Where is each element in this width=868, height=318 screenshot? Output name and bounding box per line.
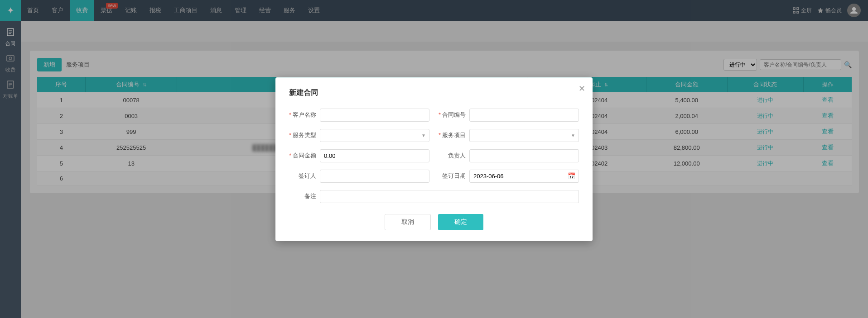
contract-amount-input[interactable] (320, 149, 429, 162)
responsible-label: 负责人 (439, 152, 466, 160)
note-label: 备注 (289, 192, 316, 200)
form-group-sign-date: 签订日期 📅 (439, 170, 579, 183)
modal-close-button[interactable]: ✕ (579, 84, 585, 94)
sign-date-label: 签订日期 (439, 172, 466, 180)
form-group-customer: 客户名称 (289, 109, 429, 122)
contract-no-label: 合同编号 (439, 111, 466, 119)
signer-input[interactable] (320, 170, 429, 183)
form-group-service-type: 服务类型 ▼ (289, 129, 429, 142)
new-contract-modal: 新建合同 ✕ 客户名称 合同编号 服务类型 ▼ (275, 77, 593, 241)
service-item-select[interactable] (469, 129, 579, 142)
sign-date-input[interactable] (469, 170, 579, 183)
customer-name-input[interactable] (320, 109, 429, 122)
responsible-input[interactable] (469, 149, 579, 162)
cancel-button[interactable]: 取消 (385, 214, 431, 230)
form-group-service-item: 服务项目 ▼ (439, 129, 579, 142)
form-row-1: 客户名称 合同编号 (289, 109, 579, 122)
modal-title: 新建合同 (289, 88, 579, 98)
form-row-5: 备注 (289, 190, 579, 203)
service-type-label: 服务类型 (289, 131, 316, 139)
contract-amount-label: 合同金额 (289, 152, 316, 160)
service-type-select[interactable] (320, 129, 429, 142)
form-row-2: 服务类型 ▼ 服务项目 ▼ (289, 129, 579, 142)
sign-date-wrap: 📅 (469, 170, 579, 183)
service-item-label: 服务项目 (439, 131, 466, 139)
form-group-note: 备注 (289, 190, 579, 203)
form-group-contract-no: 合同编号 (439, 109, 579, 122)
note-input[interactable] (320, 190, 579, 203)
form-row-4: 签订人 签订日期 📅 (289, 170, 579, 183)
form-group-responsible: 负责人 (439, 149, 579, 162)
service-type-wrap: ▼ (320, 129, 429, 142)
signer-label: 签订人 (289, 172, 316, 180)
confirm-button[interactable]: 确定 (438, 214, 483, 230)
modal-footer: 取消 确定 (289, 214, 579, 230)
form-group-signer: 签订人 (289, 170, 429, 183)
service-item-wrap: ▼ (469, 129, 579, 142)
form-group-amount: 合同金额 (289, 149, 429, 162)
form-row-3: 合同金额 负责人 (289, 149, 579, 162)
modal-overlay[interactable]: 新建合同 ✕ 客户名称 合同编号 服务类型 ▼ (0, 0, 868, 318)
contract-no-input[interactable] (469, 109, 579, 122)
customer-name-label: 客户名称 (289, 111, 316, 119)
